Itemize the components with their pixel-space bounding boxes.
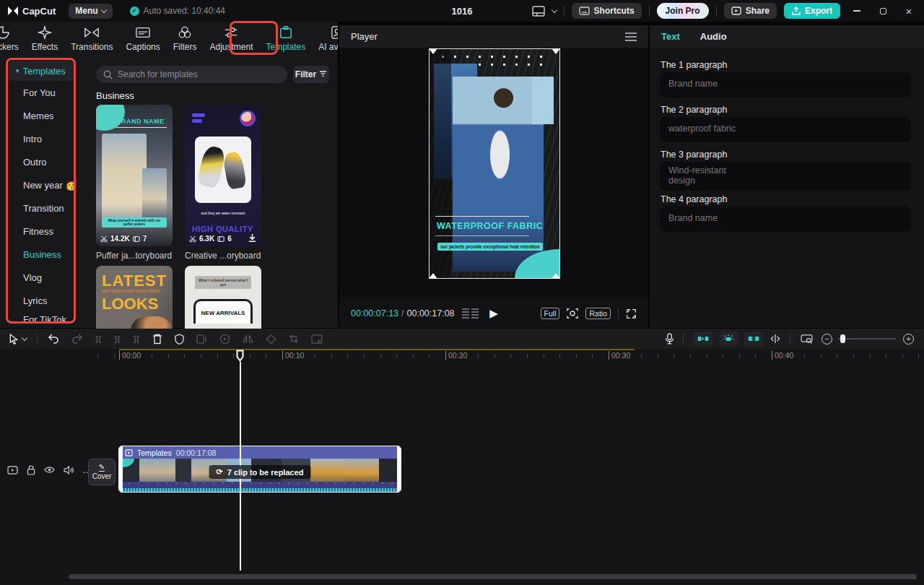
restore-button[interactable] (873, 3, 892, 19)
freeze-frame-icon[interactable] (219, 334, 230, 344)
sidebar-item-business[interactable]: Business (0, 243, 81, 266)
divider (649, 6, 650, 16)
cover-button[interactable]: ✎ Cover (88, 459, 116, 485)
tab-stickers[interactable]: Stickers (0, 25, 25, 52)
clips-icon (217, 235, 225, 243)
divider (564, 6, 565, 16)
paragraph-1-input[interactable]: Brand name (660, 72, 911, 98)
playhead-handle[interactable] (236, 350, 244, 362)
slider-handle[interactable] (840, 334, 845, 343)
mask-icon[interactable] (175, 334, 184, 344)
sidebar-item-for-tiktok[interactable]: For TikTok (0, 312, 81, 326)
card-overlay-caption: What I ordered versus what I got (195, 276, 251, 289)
close-button[interactable]: × (899, 3, 918, 19)
ratio-button[interactable]: Ratio (585, 308, 611, 319)
remove-background-icon[interactable] (311, 334, 323, 344)
select-cursor-icon[interactable] (9, 334, 19, 344)
rotate-icon[interactable] (266, 334, 276, 344)
zoom-out-icon[interactable]: − (821, 334, 832, 344)
sidebar-item-for-you[interactable]: For You (0, 81, 81, 104)
split-right-icon[interactable]: ][ (134, 334, 140, 343)
layout-chevron-icon[interactable] (551, 6, 557, 12)
mute-track-icon[interactable] (64, 466, 74, 474)
text-panel-tabs: Text Audio (650, 25, 924, 48)
export-button[interactable]: Export (784, 3, 840, 19)
preview-quality-icon[interactable] (801, 334, 813, 344)
mirror-icon[interactable] (243, 334, 253, 344)
paragraph-3-input[interactable]: Wind-resistant design (660, 162, 911, 191)
sidebar-item-label: For TikTok (23, 314, 66, 325)
tab-filters[interactable]: Filters (167, 25, 204, 52)
minimize-button[interactable] (847, 3, 866, 19)
lock-track-icon[interactable] (27, 465, 35, 475)
sidebar-item-templates[interactable]: ▾ Templates (9, 61, 74, 81)
template-card-puffer[interactable]: BRAND NAME Wrap yourself in warmth with … (96, 105, 173, 261)
uses-scissors-icon (100, 235, 108, 243)
shortcuts-button[interactable]: Shortcuts (572, 3, 642, 19)
paragraph-2-input[interactable]: waterproof fabric (660, 117, 911, 142)
download-icon[interactable] (248, 233, 257, 243)
tab-ai-avatars[interactable]: AI avatars (312, 25, 338, 52)
preview-zoom-icon[interactable] (567, 308, 578, 319)
split-left-icon[interactable]: ][ (114, 334, 121, 343)
play-button[interactable]: ▶ (489, 307, 498, 320)
split-view-icon[interactable] (770, 334, 781, 343)
redo-icon[interactable] (71, 334, 83, 344)
clip-trim-handle-left[interactable] (119, 446, 123, 492)
timeline-zoom-slider[interactable] (838, 338, 896, 339)
layout-icon[interactable] (532, 6, 545, 17)
join-pro-button[interactable]: Join Pro (657, 3, 709, 19)
crop-icon[interactable] (289, 334, 299, 344)
fullscreen-icon[interactable] (626, 308, 637, 319)
split-icon[interactable]: ][ (95, 334, 102, 343)
video-preview[interactable]: WATERPROOF FABRIC our jackets provide ex… (430, 49, 559, 278)
sidebar-item-lyrics[interactable]: Lyrics (0, 289, 81, 312)
divider (435, 216, 529, 217)
full-button[interactable]: Full (541, 308, 560, 319)
share-button[interactable]: Share (724, 3, 777, 19)
paragraph-4-input[interactable]: Brand name (660, 207, 911, 232)
search-input[interactable]: Search for templates (96, 66, 287, 83)
timeline-clip[interactable]: Templates 00:00:17:08 ⟳ 7 clip to be rep… (118, 446, 401, 493)
undo-icon[interactable] (48, 334, 59, 344)
overlay-icon[interactable] (196, 334, 207, 344)
templates-icon (279, 25, 293, 40)
frame-step-icon[interactable] (462, 308, 479, 318)
sidebar-item-fitness[interactable]: Fitness (0, 220, 81, 243)
card-title: Puffer ja...toryboard (96, 251, 173, 261)
clip-trim-handle-right[interactable] (397, 446, 401, 492)
tab-transitions[interactable]: Transitions (64, 25, 119, 52)
record-voiceover-icon[interactable] (665, 333, 674, 344)
filter-button[interactable]: Filter (293, 66, 329, 83)
tab-audio[interactable]: Audio (700, 31, 727, 42)
template-card-creative[interactable]: and they are water resistant HIGH QUALIT… (185, 105, 261, 261)
horizontal-scrollbar[interactable] (69, 574, 917, 579)
export-icon (792, 6, 801, 16)
tab-adjustment[interactable]: Adjustment (203, 25, 259, 52)
sidebar-item-vlog[interactable]: Vlog (0, 266, 81, 289)
caret-down-icon: ▾ (16, 67, 19, 74)
cursor-mode-chevron-icon[interactable] (22, 334, 27, 340)
delete-icon[interactable] (152, 334, 162, 344)
ruler-label: 00:20 (445, 351, 467, 360)
video-track-icon[interactable] (7, 466, 18, 474)
tab-effects[interactable]: Effects (25, 25, 64, 52)
sidebar-item-intro[interactable]: Intro (0, 127, 81, 150)
sidebar-item-memes[interactable]: Memes (0, 104, 81, 127)
sidebar-item-outro[interactable]: Outro (0, 150, 81, 173)
hide-track-icon[interactable] (44, 466, 55, 474)
player-menu-icon[interactable] (625, 32, 637, 41)
link-clips-toggle[interactable] (744, 332, 763, 346)
sidebar-item-transition[interactable]: Transition (0, 196, 81, 220)
magnetic-snap-toggle[interactable] (694, 332, 712, 346)
tab-label: Captions (126, 42, 160, 52)
tab-text[interactable]: Text (661, 31, 680, 42)
auto-preview-toggle[interactable] (719, 332, 738, 346)
card-overlay-title: NEW ARRIVALS (196, 310, 250, 316)
zoom-in-icon[interactable]: + (903, 334, 914, 344)
tab-label: Adjustment (209, 42, 253, 52)
sidebar-item-new-year[interactable]: New year 🥳 (0, 173, 81, 196)
tab-templates[interactable]: Templates (259, 25, 312, 52)
time-ruler[interactable]: 00:00 00:10 00:20 00:30 00:40 (87, 349, 924, 362)
tab-captions[interactable]: Captions (119, 25, 166, 52)
